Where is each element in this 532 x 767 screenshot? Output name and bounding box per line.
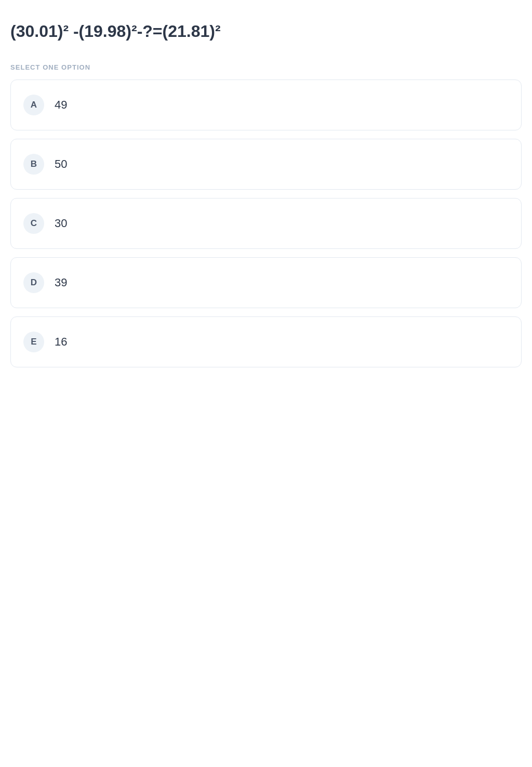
option-value-b: 50 [55,157,67,171]
option-badge-e: E [23,332,44,352]
select-label: SELECT ONE OPTION [10,63,522,71]
option-badge-d: D [23,272,44,293]
option-value-a: 49 [55,98,67,112]
question-text: (30.01)² -(19.98)²-?=(21.81)² [10,21,522,43]
option-badge-b: B [23,154,44,175]
option-card-e[interactable]: E16 [10,316,522,367]
option-card-c[interactable]: C30 [10,198,522,249]
option-badge-a: A [23,95,44,115]
option-badge-c: C [23,213,44,234]
option-value-e: 16 [55,335,67,349]
option-value-c: 30 [55,217,67,230]
option-value-d: 39 [55,276,67,289]
option-card-b[interactable]: B50 [10,139,522,190]
option-card-a[interactable]: A49 [10,80,522,130]
options-container: A49B50C30D39E16 [10,80,522,367]
option-card-d[interactable]: D39 [10,257,522,308]
